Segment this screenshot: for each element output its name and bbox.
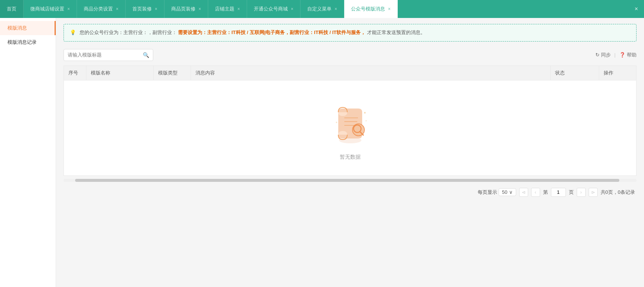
pagination: 每页显示 50 ∨ ⊲ ‹ 第 页 › ⊳ 共0页，0条记录	[64, 185, 637, 200]
sidebar: 模版消息 模版消息记录	[0, 18, 56, 287]
search-icon[interactable]: 🔍	[143, 52, 149, 58]
tab-custom-menu[interactable]: 自定义菜单 ×	[301, 0, 344, 18]
tab-category-settings[interactable]: 商品分类设置 ×	[77, 0, 126, 18]
notice-icon: 💡	[70, 30, 76, 35]
page-size-value: 50	[502, 189, 507, 195]
close-icon[interactable]: ×	[198, 6, 201, 12]
table-header-row: 序号 模版名称 模版类型 消息内容 状态 操作	[64, 65, 637, 80]
chevron-down-icon: ∨	[509, 189, 513, 195]
tab-product-decor[interactable]: 商品页装修 ×	[164, 0, 208, 18]
tab-template-msg[interactable]: 公众号模版消息 ×	[344, 0, 398, 18]
close-icon[interactable]: ×	[116, 6, 118, 12]
close-icon[interactable]: ×	[388, 6, 391, 12]
page-size-select: 每页显示 50 ∨	[478, 188, 516, 196]
page-suffix-label: 页	[569, 189, 574, 196]
search-input[interactable]	[68, 52, 143, 58]
first-page-button[interactable]: ⊲	[519, 188, 528, 197]
data-table: 序号 模版名称 模版类型 消息内容 状态 操作	[64, 65, 637, 176]
close-icon[interactable]: ×	[335, 6, 337, 12]
close-icon[interactable]: ×	[67, 6, 70, 12]
close-all-button[interactable]: ×	[629, 0, 644, 18]
divider: |	[614, 52, 616, 58]
col-header-action: 操作	[599, 65, 637, 80]
toolbar-right: ↻ 同步 | ❓ 帮助	[595, 52, 637, 58]
tab-homepage-decor[interactable]: 首页装修 ×	[126, 0, 164, 18]
svg-text:✦: ✦	[363, 111, 366, 115]
close-icon[interactable]: ×	[291, 6, 293, 12]
tab-open-mall[interactable]: 开通公众号商城 ×	[247, 0, 301, 18]
sidebar-item-template-msg-log[interactable]: 模版消息记录	[0, 35, 56, 49]
top-nav: 首页 微商城店铺设置 × 商品分类设置 × 首页装修 × 商品页装修 × 店铺主…	[0, 0, 644, 18]
scrollbar-thumb[interactable]	[75, 179, 619, 182]
col-header-content: 消息内容	[191, 65, 551, 80]
col-header-name: 模版名称	[86, 65, 154, 80]
main-layout: 模版消息 模版消息记录 💡 您的公众号行业为：主营行业：，副营行业： 需要设置为…	[0, 18, 644, 287]
help-button[interactable]: ❓ 帮助	[619, 52, 637, 58]
close-icon[interactable]: ×	[155, 6, 157, 12]
page-size-dropdown[interactable]: 50 ∨	[499, 188, 516, 196]
help-icon: ❓	[619, 52, 625, 58]
sync-icon: ↻	[595, 52, 600, 58]
tab-home[interactable]: 首页	[0, 0, 24, 18]
tab-shop-settings[interactable]: 微商城店铺设置 ×	[24, 0, 77, 18]
page-size-label: 每页显示	[478, 189, 497, 196]
sync-button[interactable]: ↻ 同步	[595, 52, 611, 58]
tab-shop-theme[interactable]: 店铺主题 ×	[208, 0, 247, 18]
next-page-button[interactable]: ›	[577, 188, 586, 197]
svg-text:✦: ✦	[335, 121, 338, 124]
col-header-type: 模版类型	[154, 65, 191, 80]
search-input-wrap: 🔍	[64, 49, 153, 61]
col-header-index: 序号	[64, 65, 86, 80]
svg-text:✦: ✦	[365, 120, 367, 122]
content-area: 💡 您的公众号行业为：主营行业：，副营行业： 需要设置为：主营行业：IT科技 /…	[56, 18, 644, 287]
col-header-status: 状态	[551, 65, 599, 80]
horizontal-scrollbar[interactable]	[64, 179, 637, 182]
close-icon[interactable]: ×	[237, 6, 240, 12]
search-bar: 🔍 ↻ 同步 | ❓ 帮助	[64, 49, 637, 61]
last-page-button[interactable]: ⊳	[589, 188, 598, 197]
notice-box: 💡 您的公众号行业为：主营行业：，副营行业： 需要设置为：主营行业：IT科技 /…	[64, 24, 637, 42]
page-prefix-label: 第	[543, 189, 548, 196]
empty-text: 暂无数据	[340, 154, 361, 161]
empty-state-row: ✦ ✦ ✦ 暂无数据	[64, 80, 637, 175]
empty-state: ✦ ✦ ✦ 暂无数据	[64, 80, 636, 175]
current-page-input[interactable]	[551, 188, 566, 197]
prev-page-button[interactable]: ‹	[531, 188, 540, 197]
total-records-label: 共0页，0条记录	[601, 189, 635, 196]
empty-illustration: ✦ ✦ ✦	[328, 103, 373, 148]
sidebar-item-template-msg[interactable]: 模版消息	[0, 21, 56, 35]
